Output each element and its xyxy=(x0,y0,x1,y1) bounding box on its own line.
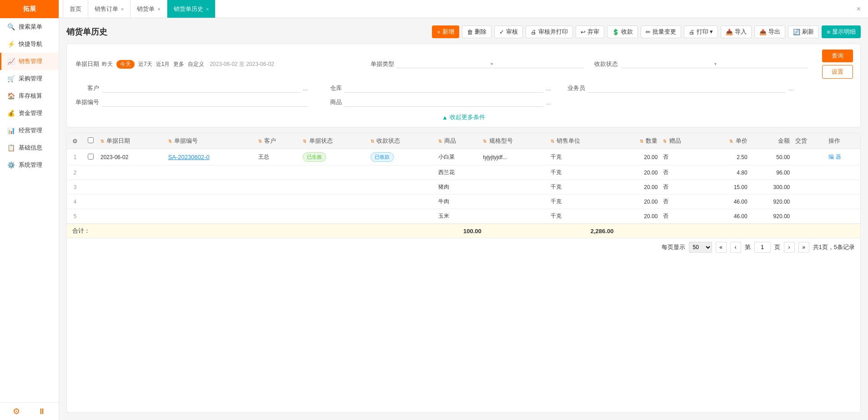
sidebar-item-finance-mgmt[interactable]: 💰 资金管理 xyxy=(0,105,59,122)
warehouse-ellipsis[interactable]: ... xyxy=(546,85,551,92)
cell-checkbox[interactable] xyxy=(83,149,98,165)
import-button[interactable]: 📥 导入 xyxy=(721,25,752,38)
cell-transaction xyxy=(793,149,826,165)
warehouse-input[interactable] xyxy=(345,83,543,93)
cell-checkbox[interactable] xyxy=(83,180,98,195)
print-button[interactable]: 🖨 打印 ▾ xyxy=(684,25,718,38)
sidebar-item-inventory-calc[interactable]: 🏠 库存核算 xyxy=(0,87,59,105)
display-detail-button[interactable]: ≡ 显示明细 xyxy=(822,25,861,38)
warehouse-label: 仓库 xyxy=(317,84,342,92)
last-page-button[interactable]: » xyxy=(798,242,809,253)
sidebar-item-ops-mgmt[interactable]: 📊 经营管理 xyxy=(0,122,59,139)
new-button[interactable]: + 新增 xyxy=(432,25,459,38)
edit-action[interactable]: 编 xyxy=(828,154,834,160)
filter-doc-type: 单据类型 ▾ xyxy=(369,60,584,68)
app-logo: 拓展 xyxy=(0,0,59,18)
goods-input[interactable] xyxy=(345,97,543,107)
goods-ellipsis[interactable]: ... xyxy=(546,99,551,106)
collect-button[interactable]: 💲 收款 xyxy=(607,25,638,38)
cell-doc-no[interactable]: SA-20230602-0 xyxy=(166,149,256,165)
doc-no-input[interactable] xyxy=(102,97,308,107)
sidebar-settings-icon[interactable]: ⚙ xyxy=(13,406,20,416)
cell-doc-status xyxy=(300,180,368,195)
tab-home[interactable]: 首页 xyxy=(63,0,88,18)
col-doc-status[interactable]: ⇅ 单据状态 xyxy=(300,133,368,149)
col-gear[interactable]: ⚙ xyxy=(67,133,83,149)
cell-doc-no[interactable] xyxy=(166,180,256,195)
cell-checkbox[interactable] xyxy=(83,165,98,180)
sidebar-item-purchase-mgmt[interactable]: 🛒 采购管理 xyxy=(0,70,59,87)
sidebar-item-basic-info[interactable]: 📋 基础信息 xyxy=(0,139,59,156)
per-page-select[interactable]: 50 100 200 xyxy=(689,242,712,253)
salesperson-input[interactable] xyxy=(588,83,786,93)
first-page-button[interactable]: « xyxy=(716,242,727,253)
cell-checkbox[interactable] xyxy=(83,209,98,224)
tab-sales-order[interactable]: 销售订单 × xyxy=(88,0,130,18)
cell-spec xyxy=(480,180,548,195)
sidebar-pause-icon[interactable]: ⏸ xyxy=(38,407,46,416)
cell-checkbox[interactable] xyxy=(83,195,98,209)
col-doc-date[interactable]: ⇅ 单据日期 xyxy=(98,133,166,149)
page-number-input[interactable] xyxy=(754,242,771,253)
doc-type-select[interactable]: ▾ xyxy=(397,60,584,68)
customer-input[interactable] xyxy=(102,83,300,93)
batch-change-button[interactable]: ✏ 批量变更 xyxy=(641,25,681,38)
shortcut-1month[interactable]: 近1月 xyxy=(156,60,170,68)
cell-doc-no[interactable] xyxy=(166,165,256,180)
col-transaction[interactable]: 交货 xyxy=(793,133,826,149)
shortcut-more[interactable]: 更多 xyxy=(173,60,184,68)
sidebar-item-sales-mgmt[interactable]: 📈 销售管理 xyxy=(0,53,59,70)
tab-sales-delivery-history-close[interactable]: × xyxy=(206,6,209,12)
salesperson-ellipsis[interactable]: ... xyxy=(788,85,794,92)
shortcut-today[interactable]: 今天 xyxy=(116,60,135,69)
col-amount[interactable]: 金额 xyxy=(750,133,793,149)
gear-icon[interactable]: ⚙ xyxy=(72,138,78,145)
sidebar-item-sys-mgmt[interactable]: ⚙️ 系统管理 xyxy=(0,156,59,174)
more-action[interactable]: 器 xyxy=(836,154,841,160)
delete-button[interactable]: 🗑 删除 xyxy=(462,25,492,38)
query-button[interactable]: 查询 xyxy=(822,50,853,62)
next-page-button[interactable]: › xyxy=(784,242,795,253)
col-customer[interactable]: ⇅ 客户 xyxy=(256,133,301,149)
cell-doc-no[interactable] xyxy=(166,209,256,224)
audit-print-button[interactable]: 🖨 审核并打印 xyxy=(526,25,573,38)
col-doc-no[interactable]: ⇅ 单据编号 xyxy=(166,133,256,149)
audit-button[interactable]: ✓ 审核 xyxy=(494,25,523,38)
tab-sales-delivery-close[interactable]: × xyxy=(157,6,160,12)
row-checkbox[interactable] xyxy=(88,154,94,160)
window-close-button[interactable]: × xyxy=(853,5,864,13)
sidebar-item-quick-nav[interactable]: ⚡ 快捷导航 xyxy=(0,35,59,53)
col-collect-status[interactable]: ⇅ 收款状态 xyxy=(368,133,436,149)
export-button[interactable]: 📤 导出 xyxy=(754,25,785,38)
tab-sales-order-close[interactable]: × xyxy=(121,6,124,12)
refresh-button[interactable]: 🔄 刷新 xyxy=(788,25,819,38)
sidebar-item-search-menu[interactable]: 🔍 搜索菜单 xyxy=(0,18,59,35)
customer-ellipsis[interactable]: ... xyxy=(303,85,308,92)
col-qty[interactable]: ⇅ 数量 xyxy=(616,133,661,149)
cell-doc-no[interactable] xyxy=(166,195,256,209)
col-goods[interactable]: ⇅ 商品 xyxy=(436,133,481,149)
shortcut-yesterday[interactable]: 昨天 xyxy=(102,60,113,68)
cell-amount: 50.00 xyxy=(750,149,793,165)
col-spec[interactable]: ⇅ 规格型号 xyxy=(480,133,548,149)
shortcut-custom[interactable]: 自定义 xyxy=(188,60,204,68)
collect-status-select[interactable]: ▾ xyxy=(621,60,808,68)
abandon-button[interactable]: ↩ 弃审 xyxy=(576,25,604,38)
collapse-row[interactable]: ▲ 收起更多条件 xyxy=(74,111,853,121)
settings-button[interactable]: 设置 xyxy=(822,65,853,79)
sidebar-item-label: 经营管理 xyxy=(19,126,42,135)
col-sales-unit[interactable]: ⇅ 销售单位 xyxy=(548,133,616,149)
doc-no-link[interactable]: SA-20230602-0 xyxy=(168,154,210,160)
col-gift[interactable]: ⇅ 赠品 xyxy=(660,133,705,149)
tab-sales-delivery[interactable]: 销货单 × xyxy=(130,0,167,18)
sort-icon-doc-no: ⇅ xyxy=(168,139,172,144)
col-checkbox[interactable] xyxy=(83,133,98,149)
prev-page-button[interactable]: ‹ xyxy=(730,242,741,253)
cell-doc-status xyxy=(300,165,368,180)
display-detail-label: 显示明细 xyxy=(832,28,856,36)
shortcut-7days[interactable]: 近7天 xyxy=(138,60,152,68)
tab-sales-delivery-history[interactable]: 销货单历史 × xyxy=(167,0,216,18)
cell-goods: 猪肉 xyxy=(436,180,481,195)
col-unit-price[interactable]: ⇅ 单价 xyxy=(705,133,750,149)
select-all-checkbox[interactable] xyxy=(88,137,94,143)
